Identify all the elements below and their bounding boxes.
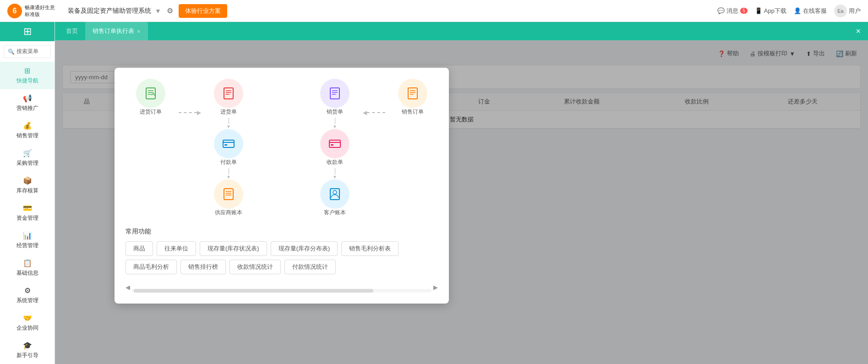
payment-down: ▼	[203, 168, 254, 179]
svg-rect-19	[329, 140, 340, 147]
sidebar-label-purchase: 采购管理	[16, 159, 38, 167]
common-btn-收款情况统计[interactable]: 收款情况统计	[229, 260, 281, 274]
sidebar-item-inventory[interactable]: 📦 库存核算	[0, 172, 55, 199]
sales-order-icon	[398, 79, 427, 108]
sidebar-label-enterprise: 企业协同	[16, 324, 38, 332]
sidebar-label-operation: 经营管理	[16, 242, 38, 250]
message-button[interactable]: 💬 消息 5	[717, 7, 748, 15]
sidebar-item-operation[interactable]: 📊 经营管理	[0, 227, 55, 254]
system-title: 装备及固定资产辅助管理系统 ▼	[68, 7, 161, 15]
sidebar-item-enterprise[interactable]: 🤝 企业协同	[0, 309, 55, 337]
tab-sales-order-exec[interactable]: 销售订单执行表 ×	[85, 22, 148, 40]
top-right-area: 💬 消息 5 📱 App下载 👤 在线客服 Ea 用户	[717, 5, 861, 17]
common-btn-商品[interactable]: 商品	[126, 241, 153, 256]
sidebar-label-sales: 销售管理	[16, 132, 38, 140]
message-icon: 💬	[717, 7, 725, 14]
flow-purchase-slip[interactable]: 进货单	[203, 79, 254, 116]
sidebar-item-sales[interactable]: 💰 销售管理	[0, 117, 55, 144]
flow-sales-slip[interactable]: 销货单	[310, 79, 360, 116]
svg-rect-12	[408, 88, 417, 99]
sidebar-item-marketing[interactable]: 📢 营销推广	[0, 89, 55, 117]
svg-rect-8	[330, 88, 339, 99]
common-btn-现存量(库存分布表)[interactable]: 现存量(库存分布表)	[271, 241, 338, 256]
sidebar-item-quick-nav[interactable]: ⊞ 快捷导航	[0, 62, 55, 89]
tab-home[interactable]: 首页	[59, 22, 85, 40]
svg-rect-0	[146, 88, 155, 99]
common-functions-title: 常用功能	[126, 228, 438, 236]
sidebar-logo: ⊞	[0, 22, 55, 41]
customer-ledger-icon	[320, 179, 349, 209]
purchase-slip-label: 进货单	[220, 108, 237, 116]
sidebar-item-system[interactable]: ⚙ 系统管理	[0, 282, 55, 309]
common-btn-商品毛利分析[interactable]: 商品毛利分析	[126, 260, 177, 274]
common-btn-现存量(库存状况表)[interactable]: 现存量(库存状况表)	[200, 241, 267, 256]
sidebar-icon-system: ⚙	[24, 286, 31, 295]
common-btn-付款情况统计[interactable]: 付款情况统计	[284, 260, 336, 274]
tab-close-icon[interactable]: ×	[137, 28, 141, 35]
scroll-right-arrow[interactable]: ▶	[433, 284, 438, 291]
online-service-button[interactable]: 👤 在线客服	[794, 7, 827, 15]
purchase-order-icon	[136, 79, 165, 108]
message-label: 消息	[726, 7, 738, 15]
sidebar-label-basic-info: 基础信息	[16, 269, 38, 277]
common-btn-销售排行榜[interactable]: 销售排行榜	[180, 260, 226, 274]
search-menu-button[interactable]: 🔍 搜索菜单	[4, 45, 51, 58]
sidebar-item-finance[interactable]: 💳 资金管理	[0, 199, 55, 227]
left-vert-spacer	[126, 118, 176, 129]
receipt-down: ▼	[310, 168, 360, 179]
settings-icon[interactable]: ⚙	[167, 6, 173, 15]
sidebar-search-area: 🔍 搜索菜单	[0, 41, 55, 62]
sidebar-icon-finance: 💳	[23, 204, 32, 212]
app-download-button[interactable]: 📱 App下载	[755, 7, 786, 15]
sidebar-label-finance: 资金管理	[16, 214, 38, 222]
supplier-ledger-label: 供应商账本	[215, 209, 242, 217]
sidebar-label-quick-nav: 快捷导航	[16, 77, 38, 85]
scrollbar-track[interactable]	[132, 289, 431, 293]
svg-point-27	[333, 190, 337, 194]
sidebar-icon-basic-info: 📋	[23, 259, 32, 267]
scroll-left-arrow[interactable]: ◀	[126, 284, 130, 291]
purchase-slip-down: ▼	[203, 118, 254, 129]
purchase-slip-icon	[214, 79, 243, 108]
payment-slip-icon	[214, 129, 243, 158]
sidebar-item-basic-info[interactable]: 📋 基础信息	[0, 254, 55, 282]
quick-nav-modal: 进货订单 ▶ 进	[115, 68, 449, 304]
sidebar: ⊞ 🔍 搜索菜单 ⊞ 快捷导航📢 营销推广💰 销售管理🛒 采购管理📦 库存核算💳…	[0, 22, 55, 364]
tab-bar-close-icon[interactable]: ×	[852, 27, 864, 36]
sidebar-label-inventory: 库存核算	[16, 187, 38, 195]
flow-diagram: 进货订单 ▶ 进	[126, 79, 438, 217]
logo-area: 6 畅康通好生意标准版	[7, 4, 62, 18]
avatar: Ea	[834, 5, 847, 17]
svg-rect-18	[224, 144, 227, 146]
flow-payment-slip[interactable]: 付款单	[203, 129, 254, 166]
supplier-ledger-icon	[214, 179, 243, 209]
svg-rect-22	[224, 189, 233, 200]
sidebar-item-purchase[interactable]: 🛒 采购管理	[0, 144, 55, 172]
sales-slip-icon	[320, 79, 349, 108]
logo-text: 畅康通好生意标准版	[25, 4, 55, 17]
modal-scrollbar-row: ◀ ▶	[126, 282, 438, 293]
arrow-2: ◀	[360, 99, 388, 116]
app-download-label: App下载	[764, 7, 786, 15]
flow-customer-ledger[interactable]: 客户账本	[310, 179, 360, 217]
user-profile-button[interactable]: Ea 用户	[834, 5, 861, 17]
sales-slip-label: 销货单	[327, 108, 343, 116]
sidebar-label-system: 系统管理	[16, 297, 38, 304]
sidebar-item-beginner[interactable]: 🎓 新手引导	[0, 337, 55, 364]
message-badge: 5	[740, 8, 748, 14]
sidebar-icon-quick-nav: ⊞	[24, 66, 30, 75]
trial-button[interactable]: 体验行业方案	[179, 4, 227, 18]
flow-purchase-order[interactable]: 进货订单	[126, 79, 176, 116]
system-title-text: 装备及固定资产辅助管理系统	[68, 7, 151, 15]
flow-supplier-ledger[interactable]: 供应商账本	[203, 179, 254, 217]
common-btn-销售毛利分析表[interactable]: 销售毛利分析表	[341, 241, 399, 256]
content-area: 首页 销售订单执行表 × × ❓ 帮助 🖨 按模板打印	[55, 22, 868, 364]
flow-receipt-slip[interactable]: 收款单	[310, 129, 360, 166]
search-menu-label: 搜索菜单	[16, 48, 38, 55]
common-btn-往来单位[interactable]: 往来单位	[157, 241, 196, 256]
dropdown-icon[interactable]: ▼	[155, 7, 161, 15]
flow-sales-order[interactable]: 销售订单	[388, 79, 438, 116]
purchase-order-label: 进货订单	[140, 108, 162, 116]
scrollbar-thumb[interactable]	[134, 289, 373, 293]
sidebar-nav: ⊞ 快捷导航📢 营销推广💰 销售管理🛒 采购管理📦 库存核算💳 资金管理📊 经营…	[0, 62, 55, 364]
